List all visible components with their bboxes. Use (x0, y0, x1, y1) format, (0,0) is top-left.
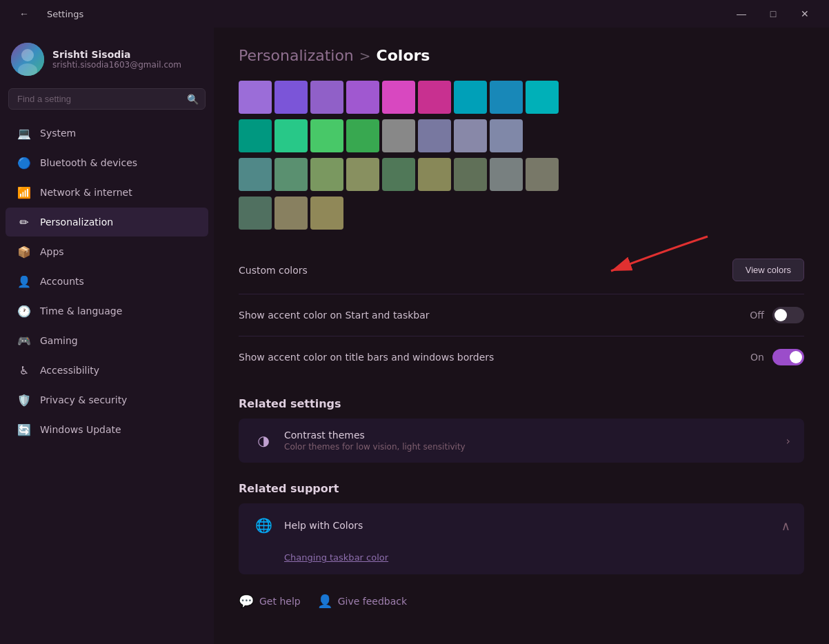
contrast-themes-title: Contrast themes (284, 430, 466, 441)
color-swatch[interactable] (239, 158, 272, 191)
color-swatch[interactable] (346, 158, 379, 191)
color-swatch[interactable] (526, 81, 559, 114)
nav-icon-personalization: ✏️ (17, 214, 32, 230)
give-feedback-link[interactable]: 👤 Give feedback (317, 594, 407, 608)
color-swatch[interactable] (274, 197, 308, 230)
nav-icon-bluetooth: 🔵 (17, 155, 32, 170)
color-swatch[interactable] (310, 81, 343, 114)
minimize-button[interactable]: — (726, 0, 757, 28)
sidebar-item-gaming[interactable]: 🎮 Gaming (6, 326, 208, 355)
accent-titlebar-toggle[interactable] (772, 349, 804, 365)
get-help-link[interactable]: 💬 Get help (239, 594, 301, 608)
nav-icon-accounts: 👤 (17, 274, 32, 289)
sidebar-item-privacy[interactable]: 🛡️ Privacy & security (6, 385, 208, 414)
custom-colors-label: Custom colors (239, 265, 308, 276)
changing-taskbar-color-link[interactable]: Changing taskbar color (284, 552, 388, 563)
color-swatch[interactable] (310, 197, 343, 230)
nav-label-system: System (40, 128, 76, 139)
color-swatch[interactable] (454, 81, 487, 114)
sidebar-item-apps[interactable]: 📦 Apps (6, 237, 208, 266)
view-colors-button[interactable]: View colors (732, 259, 804, 281)
help-card-body: Changing taskbar color (239, 547, 804, 574)
color-swatch[interactable] (490, 81, 523, 114)
help-collapse-icon: ∧ (781, 519, 790, 533)
custom-colors-row: Custom colors View colors (239, 246, 804, 294)
nav-label-accessibility: Accessibility (40, 365, 99, 376)
nav-label-apps: Apps (40, 246, 64, 257)
accent-taskbar-toggle[interactable] (772, 307, 804, 323)
sidebar-item-accounts[interactable]: 👤 Accounts (6, 267, 208, 296)
color-swatch[interactable] (454, 119, 487, 152)
help-colors-header[interactable]: 🌐 Help with Colors ∧ (239, 503, 804, 547)
color-swatch[interactable] (310, 158, 343, 191)
color-swatch[interactable] (239, 81, 272, 114)
color-swatch[interactable] (418, 158, 451, 191)
sidebar-item-system[interactable]: 💻 System (6, 119, 208, 148)
user-section: Srishti Sisodia srishti.sisodia1603@gmai… (0, 33, 214, 88)
color-swatch[interactable] (490, 158, 523, 191)
nav-icon-update: 🔄 (17, 422, 32, 437)
nav-icon-network: 📶 (17, 185, 32, 200)
help-colors-card: 🌐 Help with Colors ∧ Changing taskbar co… (239, 503, 804, 574)
user-email: srishti.sisodia1603@gmail.com (52, 60, 181, 70)
help-colors-icon: 🌐 (252, 514, 274, 536)
color-swatch[interactable] (382, 119, 415, 152)
sidebar-item-bluetooth[interactable]: 🔵 Bluetooth & devices (6, 148, 208, 177)
get-help-label: Get help (259, 596, 301, 607)
search-box[interactable]: 🔍 (8, 88, 206, 110)
nav-icon-time: 🕐 (17, 303, 32, 319)
nav-label-gaming: Gaming (40, 335, 78, 346)
color-swatch[interactable] (418, 119, 451, 152)
get-help-icon: 💬 (239, 594, 254, 608)
contrast-themes-icon: ◑ (252, 430, 274, 452)
accent-titlebar-label: Show accent color on title bars and wind… (239, 352, 494, 363)
sidebar-item-network[interactable]: 📶 Network & internet (6, 178, 208, 207)
svg-point-1 (21, 49, 34, 61)
close-button[interactable]: ✕ (789, 0, 821, 28)
titlebar-title: Settings (47, 9, 83, 19)
nav-icon-system: 💻 (17, 125, 32, 141)
nav-label-network: Network & internet (40, 187, 132, 198)
breadcrumb: Personalization > Colors (239, 47, 804, 64)
color-swatch[interactable] (382, 81, 415, 114)
color-swatch[interactable] (490, 119, 523, 152)
color-swatch[interactable] (274, 81, 308, 114)
color-swatch[interactable] (346, 119, 379, 152)
nav-label-bluetooth: Bluetooth & devices (40, 157, 137, 168)
accent-taskbar-row: Show accent color on Start and taskbar O… (239, 294, 804, 336)
accent-taskbar-status: Off (750, 310, 764, 321)
color-swatch[interactable] (274, 119, 308, 152)
back-button[interactable]: ← (8, 0, 40, 28)
main-content: Personalization > Colors Custom colors V… (214, 28, 829, 644)
sidebar-item-update[interactable]: 🔄 Windows Update (6, 415, 208, 444)
color-swatch[interactable] (526, 158, 559, 191)
breadcrumb-separator: > (359, 48, 371, 64)
titlebar: ← Settings — □ ✕ (0, 0, 829, 28)
chevron-right-icon: › (786, 434, 790, 447)
nav-list: 💻 System 🔵 Bluetooth & devices 📶 Network… (0, 118, 214, 445)
nav-label-privacy: Privacy & security (40, 394, 127, 405)
color-swatch[interactable] (454, 158, 487, 191)
accent-titlebar-status: On (750, 352, 764, 363)
color-swatch[interactable] (274, 158, 308, 191)
sidebar-item-time[interactable]: 🕐 Time & language (6, 296, 208, 325)
color-swatch[interactable] (239, 197, 272, 230)
color-swatch[interactable] (239, 119, 272, 152)
nav-icon-gaming: 🎮 (17, 333, 32, 348)
contrast-themes-subtitle: Color themes for low vision, light sensi… (284, 442, 466, 452)
search-input[interactable] (8, 88, 206, 110)
color-swatch[interactable] (418, 81, 451, 114)
related-support-heading: Related support (239, 482, 804, 495)
toggle-thumb-2 (790, 351, 802, 363)
maximize-button[interactable]: □ (757, 0, 789, 28)
toggle-thumb (775, 309, 787, 321)
color-swatch[interactable] (310, 119, 343, 152)
color-swatch[interactable] (382, 158, 415, 191)
sidebar-item-personalization[interactable]: ✏️ Personalization (6, 208, 208, 237)
sidebar-item-accessibility[interactable]: ♿ Accessibility (6, 356, 208, 385)
contrast-themes-card[interactable]: ◑ Contrast themes Color themes for low v… (239, 419, 804, 463)
avatar (11, 43, 44, 76)
sidebar: Srishti Sisodia srishti.sisodia1603@gmai… (0, 28, 214, 644)
color-swatch[interactable] (346, 81, 379, 114)
user-name: Srishti Sisodia (52, 49, 181, 60)
